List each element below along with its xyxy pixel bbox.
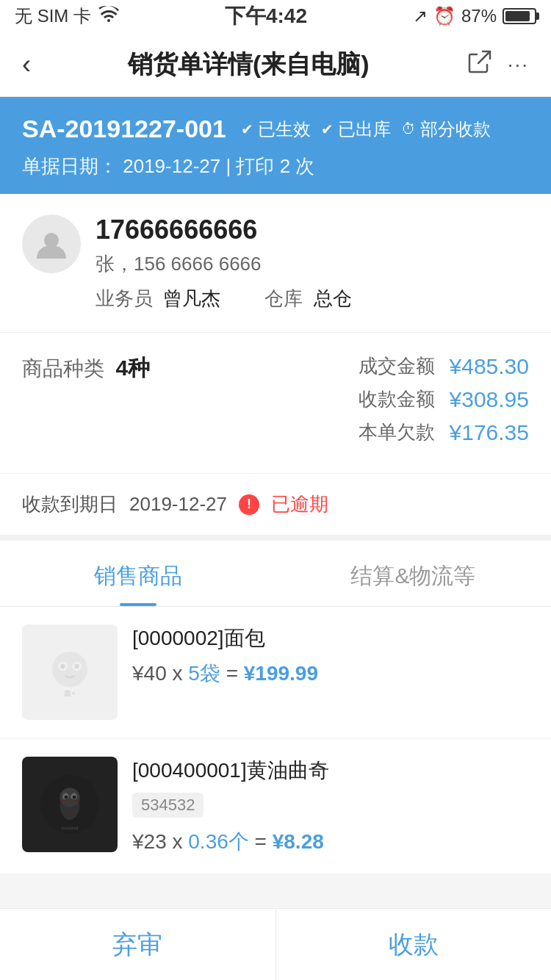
status-bar: 无 SIM 卡 下午4:42 ↗ ⏰ 87%: [0, 0, 551, 32]
product-price-2: ¥23: [132, 830, 167, 853]
overdue-label: 已逾期: [271, 491, 328, 517]
badge-effective: ✔ 已生效: [241, 118, 311, 141]
svg-point-12: [73, 796, 76, 799]
tab-products[interactable]: 销售商品: [0, 541, 276, 606]
owed-row: 本单欠款 ¥176.35: [359, 419, 529, 445]
order-date-row: 单据日期： 2019-12-27 | 打印 2 次: [22, 154, 529, 179]
badge-effective-label: 已生效: [258, 118, 311, 141]
product-total-2: ¥8.28: [273, 830, 324, 853]
badge-partial: ⏱ 部分收款: [401, 118, 491, 141]
customer-info: 17666666666 张，156 6666 6666 业务员 曾凡杰 仓库 总…: [96, 215, 529, 311]
order-header: SA-20191227-001 ✔ 已生效 ✔ 已出库 ⏱ 部分收款 单据日期：…: [0, 97, 551, 194]
cancel-label: 弃审: [112, 928, 162, 962]
tab-billing-label: 结算&物流等: [350, 563, 475, 588]
product-info-1: [0000002]面包 ¥40 x 5袋 = ¥199.99: [132, 624, 529, 688]
carrier-label: 无 SIM 卡: [15, 4, 91, 28]
order-id: SA-20191227-001: [22, 115, 226, 143]
badge-shipped-label: 已出库: [338, 118, 391, 141]
tab-billing[interactable]: 结算&物流等: [276, 541, 551, 606]
badge-shipped: ✔ 已出库: [321, 118, 391, 141]
nav-actions: ···: [467, 48, 529, 81]
customer-meta: 业务员 曾凡杰 仓库 总仓: [96, 286, 529, 311]
location-icon: ↗: [413, 6, 428, 26]
status-left: 无 SIM 卡: [15, 4, 119, 28]
status-time: 下午4:42: [225, 2, 307, 30]
sales-name: 曾凡杰: [163, 287, 220, 309]
deal-amount-label: 成交金额: [359, 353, 435, 379]
sales-info: 业务员 曾凡杰: [96, 286, 220, 311]
cancel-button[interactable]: 弃审: [0, 909, 276, 980]
product-price-row-1: ¥40 x 5袋 = ¥199.99: [132, 660, 529, 688]
clock-icon: ⏱: [401, 120, 416, 137]
customer-avatar: [22, 215, 81, 273]
warehouse-label: 仓库: [264, 287, 303, 309]
customer-phone: 17666666666: [96, 215, 529, 245]
svg-point-4: [60, 664, 65, 669]
battery-icon: [503, 8, 536, 24]
confirm-label: 收款: [389, 928, 439, 962]
product-name-1: [0000002]面包: [132, 624, 529, 652]
date-label: 单据日期：: [22, 155, 118, 177]
badge-partial-label: 部分收款: [420, 118, 491, 141]
list-item: branded [000400001]黄油曲奇 534532 ¥23 x 0.3…: [0, 739, 551, 873]
deal-amount-row: 成交金额 ¥485.30: [359, 353, 529, 379]
product-sku-badge: 534532: [132, 793, 204, 818]
product-image-2: branded: [22, 757, 118, 852]
page-title: 销货单详情(来自电脑): [128, 48, 370, 82]
deal-amount: ¥485.30: [450, 354, 529, 379]
check-icon-1: ✔: [241, 120, 253, 138]
print-label: | 打印 2 次: [226, 155, 314, 177]
order-date: 2019-12-27: [123, 155, 220, 177]
svg-point-11: [65, 796, 68, 799]
received-label: 收款金额: [359, 386, 435, 412]
product-price-1: ¥40: [132, 662, 167, 685]
owed-label: 本单欠款: [359, 419, 435, 445]
product-price-row-2: ¥23 x 0.36个 = ¥8.28: [132, 828, 529, 856]
received-row: 收款金额 ¥308.95: [359, 386, 529, 412]
svg-text:branded: branded: [62, 825, 79, 830]
back-button[interactable]: ‹: [22, 49, 31, 80]
owed-amount: ¥176.35: [450, 420, 529, 445]
product-types-count: 4种: [116, 356, 151, 380]
alarm-icon: ⏰: [433, 6, 455, 26]
more-icon[interactable]: ···: [508, 53, 529, 76]
order-id-row: SA-20191227-001 ✔ 已生效 ✔ 已出库 ⏱ 部分收款: [22, 115, 529, 143]
product-total-1: ¥199.99: [244, 662, 318, 685]
stats-section: 商品种类 4种 成交金额 ¥485.30 收款金额 ¥308.95 本单欠款 ¥…: [0, 333, 551, 474]
svg-text:鑫+: 鑫+: [64, 689, 76, 697]
product-info-2: [000400001]黄油曲奇 534532 ¥23 x 0.36个 = ¥8.…: [132, 757, 529, 856]
tabs-section: 销售商品 结算&物流等: [0, 541, 551, 607]
amount-info: 成交金额 ¥485.30 收款金额 ¥308.95 本单欠款 ¥176.35: [359, 353, 529, 453]
check-icon-2: ✔: [321, 120, 334, 138]
product-image-1: 鑫+: [22, 624, 118, 720]
product-name-2: [000400001]黄油曲奇: [132, 757, 529, 785]
status-right: ↗ ⏰ 87%: [413, 6, 536, 26]
due-date-label: 收款到期日: [22, 491, 118, 517]
order-badges: ✔ 已生效 ✔ 已出库 ⏱ 部分收款: [241, 118, 491, 141]
product-qty-1: 5袋: [188, 662, 220, 685]
warehouse-info: 仓库 总仓: [264, 286, 351, 311]
overdue-icon: !: [239, 494, 259, 515]
list-item: 鑫+ [0000002]面包 ¥40 x 5袋 = ¥199.99: [0, 607, 551, 738]
due-date-section: 收款到期日 2019-12-27 ! 已逾期: [0, 474, 551, 541]
product-types-label: 商品种类: [22, 357, 104, 380]
customer-section: 17666666666 张，156 6666 6666 业务员 曾凡杰 仓库 总…: [0, 194, 551, 333]
customer-name: 张，156 6666 6666: [96, 251, 529, 277]
tab-products-label: 销售商品: [94, 563, 182, 588]
products-section: 鑫+ [0000002]面包 ¥40 x 5袋 = ¥199.99: [0, 607, 551, 873]
product-types-info: 商品种类 4种: [22, 353, 150, 383]
nav-bar: ‹ 销货单详情(来自电脑) ···: [0, 32, 551, 97]
svg-point-1: [52, 652, 87, 687]
sales-label: 业务员: [96, 287, 153, 309]
wifi-icon: [98, 6, 119, 26]
product-qty-2: 0.36个: [188, 830, 249, 853]
share-icon[interactable]: [467, 48, 493, 81]
svg-point-5: [74, 664, 79, 669]
confirm-button[interactable]: 收款: [276, 909, 552, 980]
battery-percent: 87%: [461, 6, 497, 26]
warehouse-name: 总仓: [314, 287, 352, 309]
received-amount: ¥308.95: [450, 387, 529, 412]
bottom-bar: 弃审 收款: [0, 908, 551, 980]
due-date-value: 2019-12-27: [129, 493, 227, 516]
